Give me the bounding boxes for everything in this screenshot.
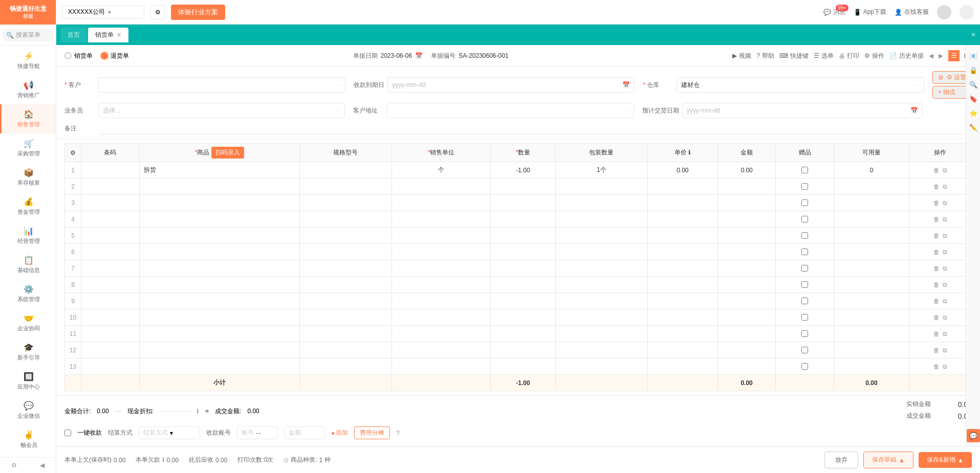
gift-checkbox[interactable] [801,249,808,255]
add-payment-button[interactable]: ● 添加 [331,429,348,437]
address-input[interactable]: ··· [387,103,634,118]
messages-button[interactable]: 💬 消息 99+ [823,8,845,16]
gift-checkbox[interactable] [801,347,808,353]
sidebar-item-sales[interactable]: 🏠 销售管理 [0,104,56,133]
operate-btn[interactable]: ⚙ 操作 [864,52,884,60]
right-panel-icon-3[interactable]: 🔍 [967,78,980,91]
right-panel-icon-1[interactable]: 📧 [967,49,980,62]
staff-input[interactable]: 选择... ··· [98,103,345,118]
copy-row-icon[interactable]: ⧉ [943,363,947,370]
next-record-icon[interactable]: ▶ [939,52,943,59]
video-btn[interactable]: ▶ 视频 [732,52,751,60]
sidebar-item-member[interactable]: ✌️ 畅会员 [0,425,56,454]
delete-row-icon[interactable]: 🗑 [933,281,940,288]
calendar-icon[interactable]: 📅 [415,52,423,59]
help-btn[interactable]: ? 帮助 [756,52,774,60]
gift-checkbox[interactable] [801,199,808,206]
copy-row-icon[interactable]: ⧉ [943,281,947,288]
sidebar-item-business[interactable]: 📊 经营管理 [0,221,56,250]
sidebar-item-enterprise[interactable]: 🤝 企业协同 [0,308,56,337]
copy-row-icon[interactable]: ⧉ [943,314,947,321]
radio-return[interactable]: 退货单 [101,52,129,60]
trial-button[interactable]: 体验行业方案 [171,5,225,20]
prev-record-icon[interactable]: ◀ [929,52,933,59]
select-btn[interactable]: ☰ 选单 [814,52,834,60]
company-selector[interactable]: XXXXXX公司 ▾ [62,5,144,19]
sidebar-item-wechat[interactable]: 💬 企业微信 [0,396,56,425]
sidebar-item-purchase[interactable]: 🛒 采购管理 [0,133,56,163]
sidebar-item-system[interactable]: ⚙️ 系统管理 [0,279,56,308]
online-service-button[interactable]: 👤 在线客服 [895,8,929,16]
copy-row-icon[interactable]: ⧉ [943,330,947,337]
tab-close-icon[interactable]: ✕ [117,32,121,38]
copy-row-icon[interactable]: ⧉ [943,183,947,190]
sidebar-item-inventory[interactable]: 📦 库存核算 [0,163,56,192]
gift-checkbox[interactable] [801,314,808,321]
delete-row-icon[interactable]: 🗑 [933,232,940,239]
delivery-date-input[interactable]: yyyy-mm-dd 📅 [682,103,923,118]
delete-row-icon[interactable]: 🗑 [933,167,940,174]
right-panel-icon-2[interactable]: 🔒 [967,63,980,77]
history-btn[interactable]: 📄 历史单据 [889,52,924,60]
right-panel-icon-4[interactable]: 🔖 [967,92,980,105]
copy-row-icon[interactable]: ⧉ [943,232,947,239]
gift-checkbox[interactable] [801,281,808,288]
gift-checkbox[interactable] [801,167,808,173]
sidebar-item-guide[interactable]: 🎓 新手引导 [0,337,56,367]
avatar[interactable] [937,5,951,19]
customer-input[interactable]: ··· [98,77,345,93]
sidebar-item-basic[interactable]: 📋 基础信息 [0,250,56,279]
doc-date-value[interactable]: 2023-06-06 [381,52,412,59]
doc-number-value[interactable]: SA-20230606-001 [459,52,508,59]
sidebar-collapse-icon[interactable]: ◀ [40,462,45,469]
shortcut-btn[interactable]: ⌨ 快捷键 [779,52,809,60]
note-input[interactable] [98,122,972,134]
fee-split-button[interactable]: 费用分摊 [354,426,390,439]
radio-sales[interactable]: 销货单 [64,52,93,60]
list-view-btn[interactable]: ☰ [948,50,960,61]
delete-row-icon[interactable]: 🗑 [933,216,940,223]
copy-row-icon[interactable]: ⧉ [943,265,947,272]
gift-checkbox[interactable] [801,363,808,370]
right-panel-icon-7[interactable]: 💬 [967,429,980,442]
save-draft-button[interactable]: 保存草稿 ▲ [863,452,913,468]
abandon-button[interactable]: 放弃 [824,452,858,468]
delete-row-icon[interactable]: 🗑 [933,347,940,354]
quick-pay-checkbox[interactable] [64,430,71,436]
tab-home[interactable]: 首页 [60,28,87,42]
gift-checkbox[interactable] [801,232,808,239]
gift-checkbox[interactable] [801,265,808,272]
print-btn[interactable]: 🖨 打印 [839,52,859,60]
warehouse-input[interactable]: 建材仓 ··· [677,77,924,93]
delete-row-icon[interactable]: 🗑 [933,265,940,272]
delete-row-icon[interactable]: 🗑 [933,199,940,207]
settings-button[interactable]: ⚙ [150,5,165,19]
gift-checkbox[interactable] [801,330,808,337]
copy-row-icon[interactable]: ⧉ [943,199,947,207]
scan-button[interactable]: 扫码录入 [211,147,244,159]
save-new-button[interactable]: 保存&新增 ▲ [919,452,972,468]
due-date-input[interactable]: yyyy-mm-dd 📅 [387,77,635,93]
copy-row-icon[interactable]: ⧉ [943,216,947,223]
amount-input[interactable]: 金额 [284,426,325,439]
delete-row-icon[interactable]: 🗑 [933,249,940,256]
copy-row-icon[interactable]: ⧉ [943,347,947,354]
sidebar-item-marketing[interactable]: 📢 营销推广 [0,75,56,104]
gift-checkbox[interactable] [801,183,808,190]
copy-row-icon[interactable]: ⧉ [943,249,947,256]
app-download-button[interactable]: 📱 App下载 [854,8,886,16]
settlement-select[interactable]: 结算方式 ▾ [139,426,200,439]
gift-checkbox[interactable] [801,298,808,304]
sidebar-item-finance[interactable]: 💰 资金管理 [0,192,56,221]
delete-row-icon[interactable]: 🗑 [933,183,940,190]
delete-row-icon[interactable]: 🗑 [933,298,940,305]
sidebar-item-quick-nav[interactable]: ⚡ 快捷导航 [0,46,56,75]
right-panel-icon-5[interactable]: ⭐ [967,106,980,120]
sidebar-item-appstore[interactable]: 🔲 应用中心 [0,367,56,396]
discount-input[interactable] [160,411,190,412]
delete-row-icon[interactable]: 🗑 [933,363,940,370]
delete-row-icon[interactable]: 🗑 [933,314,940,321]
close-tab-button[interactable]: ✕ [971,31,976,38]
account-input[interactable]: 账号 ··· [237,426,278,439]
gift-checkbox[interactable] [801,216,808,222]
